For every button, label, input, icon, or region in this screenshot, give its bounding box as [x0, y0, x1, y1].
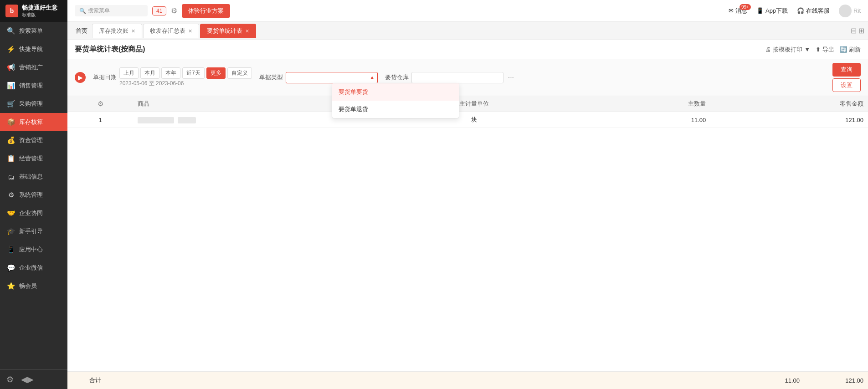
dropdown-item-order-return[interactable]: 要货单退货 [332, 101, 459, 118]
search-placeholder: 搜索菜单 [88, 7, 110, 15]
tabs-expand-icon[interactable]: ⊞ [858, 26, 864, 35]
sidebar-item-label: 企业协同 [19, 209, 43, 217]
online-service-item[interactable]: 🎧 在线客服 [797, 7, 830, 15]
user-avatar[interactable]: Rit [839, 5, 861, 17]
topbar-gear-icon[interactable]: ⚙ [171, 6, 177, 15]
sidebar-item-marketing[interactable]: 📢 营销推广 [0, 58, 67, 77]
page-actions: 🖨 按模板打印 ▼ ⬆ 导出 🔄 刷新 [765, 46, 861, 54]
bottom-collapse-icon[interactable]: ◀▶ [21, 374, 34, 384]
basic-icon: 🗂 [6, 172, 15, 181]
type-label: 单据类型 [259, 73, 283, 82]
app-logo: b 畅捷通好生意 标准版 [0, 0, 67, 22]
col-index: ⚙ [67, 96, 133, 112]
sidebar-item-guide[interactable]: 🎓 新手引导 [0, 222, 67, 241]
app-download-item[interactable]: 📱 App下载 [756, 7, 788, 15]
date-btns: 上月 本月 本年 近7天 更多 自定义 [119, 67, 252, 79]
page-header: 要货单统计表(按商品) 🖨 按模板打印 ▼ ⬆ 导出 🔄 刷新 [67, 40, 868, 59]
type-select-wrap: ▲ [286, 72, 378, 83]
sidebar-item-operations[interactable]: 📋 经营管理 [0, 149, 67, 168]
sidebar-item-label: 库存核算 [19, 118, 43, 126]
settings-btn[interactable]: 设置 [832, 78, 861, 92]
recent7-btn[interactable]: 近7天 [182, 67, 205, 79]
tab-close-icon[interactable]: ✕ [188, 28, 192, 34]
sidebar-item-membership[interactable]: ⭐ 畅会员 [0, 277, 67, 295]
query-btn[interactable]: 查询 [832, 63, 861, 77]
custom-btn[interactable]: 自定义 [227, 67, 252, 79]
sidebar-item-label: 经营管理 [19, 154, 43, 163]
table-wrap: ⚙ 商品 主计量单位 主数量 零售金额 1 [67, 96, 868, 371]
data-table: ⚙ 商品 主计量单位 主数量 零售金额 1 [67, 96, 868, 128]
date-label: 单据日期 [93, 73, 117, 82]
search-menu-input[interactable]: 🔍 搜索菜单 [75, 5, 148, 16]
sidebar-item-label: 畅会员 [19, 282, 37, 290]
table-footer: 合计 11.00 121.00 [67, 371, 868, 389]
warehouse-input[interactable] [411, 72, 503, 83]
date-range: 2023-05-06 至 2023-06-06 [119, 80, 252, 87]
warehouse-dots[interactable]: ··· [508, 73, 514, 82]
message-icon: ✉ [729, 7, 734, 14]
sidebar-item-label: 企业微信 [19, 264, 43, 272]
export-icon: ⬆ [816, 46, 821, 53]
cell-index: 1 [67, 112, 133, 128]
prev-month-btn[interactable]: 上月 [119, 67, 139, 79]
inventory-icon: 📦 [6, 118, 15, 127]
sidebar-item-inventory[interactable]: 📦 库存核算 [0, 113, 67, 131]
warehouse-label: 要货仓库 [385, 73, 409, 82]
tab-close-icon[interactable]: ✕ [245, 28, 249, 34]
sidebar-item-enterprise[interactable]: 🤝 企业协同 [0, 204, 67, 222]
sidebar-item-purchase[interactable]: 🛒 采购管理 [0, 95, 67, 113]
filter-bar: ▶ 单据日期 上月 本月 本年 近7天 更多 自定义 2023-05-06 至 … [67, 59, 868, 96]
more-btn[interactable]: 更多 [206, 67, 226, 79]
sidebar-item-label: 资金管理 [19, 136, 43, 144]
sidebar-item-finance[interactable]: 💰 资金管理 [0, 131, 67, 149]
search-icon: 🔍 [6, 26, 15, 36]
logo-icon: b [5, 5, 18, 17]
topbar-right: ✉ 消息 99+ 📱 App下载 🎧 在线客服 Rit [729, 5, 861, 17]
membership-icon: ⭐ [6, 282, 15, 291]
sidebar-item-quick-nav[interactable]: ⚡ 快捷导航 [0, 40, 67, 58]
filter-expand-btn[interactable]: ▶ [75, 72, 86, 83]
tab-label: 库存批次账 [99, 27, 128, 35]
table-settings-icon[interactable]: ⚙ [98, 100, 103, 107]
col-quantity: 主数量 [553, 96, 711, 112]
quick-nav-icon: ⚡ [6, 45, 15, 54]
print-icon: 🖨 [765, 46, 771, 53]
tab-inventory-batch[interactable]: 库存批次账 ✕ [92, 24, 142, 38]
tab-close-icon[interactable]: ✕ [131, 28, 135, 34]
sidebar-item-label: 应用中心 [19, 246, 43, 254]
sidebar-item-wechat[interactable]: 💬 企业微信 [0, 259, 67, 277]
refresh-btn[interactable]: 🔄 刷新 [840, 46, 861, 54]
tabs-bar: 首页 库存批次账 ✕ 收发存汇总表 ✕ 要货单统计表 ✕ ⊟ ⊞ [67, 22, 868, 40]
current-month-btn[interactable]: 本月 [140, 67, 159, 79]
col-amount: 零售金额 [710, 96, 868, 112]
message-item[interactable]: ✉ 消息 99+ [729, 7, 747, 15]
industry-btn[interactable]: 体验行业方案 [182, 4, 230, 18]
topbar: 🔍 搜索菜单 41 ⚙ 体验行业方案 ✉ 消息 99+ 📱 App下载 🎧 在线… [67, 0, 868, 22]
tab-order-stats[interactable]: 要货单统计表 ✕ [200, 24, 256, 38]
tab-label: 收发存汇总表 [150, 27, 185, 35]
app-download-icon: 📱 [756, 7, 764, 14]
export-btn[interactable]: ⬆ 导出 [816, 46, 834, 54]
bottom-settings-icon[interactable]: ⚙ [6, 374, 14, 384]
tab-receive-summary[interactable]: 收发存汇总表 ✕ [143, 24, 199, 38]
purchase-icon: 🛒 [6, 99, 15, 108]
tabs-minimize-icon[interactable]: ⊟ [851, 26, 857, 35]
marketing-icon: 📢 [6, 63, 15, 72]
sidebar-item-search[interactable]: 🔍 搜索菜单 [0, 22, 67, 40]
tab-home[interactable]: 首页 [71, 24, 92, 38]
online-service-icon: 🎧 [797, 7, 804, 14]
message-badge: 99+ [740, 4, 751, 10]
footer-amount: 121.00 [809, 377, 863, 384]
cell-quantity: 11.00 [553, 112, 711, 128]
print-btn[interactable]: 🖨 按模板打印 ▼ [765, 46, 810, 54]
current-year-btn[interactable]: 本年 [161, 67, 180, 79]
sidebar-item-app-center[interactable]: 📱 应用中心 [0, 241, 67, 259]
wechat-icon: 💬 [6, 263, 15, 272]
dropdown-item-order-goods[interactable]: 要货单要货 [332, 83, 459, 101]
topbar-num-badge[interactable]: 41 [152, 6, 166, 15]
finance-icon: 💰 [6, 136, 15, 145]
sidebar-item-basic[interactable]: 🗂 基础信息 [0, 168, 67, 186]
sidebar-item-system[interactable]: ⚙ 系统管理 [0, 186, 67, 204]
type-select-input[interactable] [286, 72, 378, 83]
sidebar-item-sales[interactable]: 📊 销售管理 [0, 77, 67, 95]
